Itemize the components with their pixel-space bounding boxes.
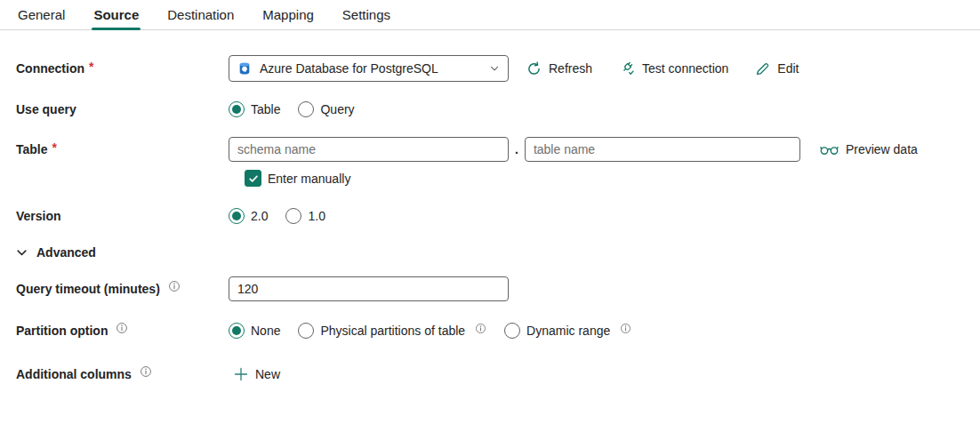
- radio-label: 2.0: [251, 209, 268, 223]
- postgresql-database-icon: [237, 61, 252, 76]
- plug-icon: [619, 60, 635, 76]
- chevron-down-icon: [489, 63, 500, 74]
- connection-dropdown[interactable]: Azure Database for PostgreSQL: [229, 55, 509, 82]
- tab-destination[interactable]: Destination: [165, 2, 236, 29]
- additional-columns-row: Additional columns New: [0, 367, 980, 381]
- radio-icon: [298, 323, 314, 339]
- tab-source[interactable]: Source: [92, 2, 141, 29]
- tab-settings[interactable]: Settings: [341, 2, 392, 29]
- partition-radio-group: None Physical partitions of table Dynami…: [229, 323, 631, 339]
- new-button-label: New: [255, 367, 280, 381]
- partition-option-label: Partition option: [16, 324, 108, 338]
- test-connection-label: Test connection: [642, 61, 728, 76]
- version-label: Version: [16, 209, 61, 223]
- required-asterisk: *: [52, 140, 57, 155]
- radio-option-none[interactable]: None: [229, 323, 280, 339]
- advanced-section-toggle[interactable]: Advanced: [16, 245, 96, 260]
- tab-mapping[interactable]: Mapping: [261, 2, 316, 29]
- checkbox-checked-icon: [245, 170, 261, 187]
- query-timeout-row: Query timeout (minutes): [0, 276, 980, 301]
- connection-label: Connection: [16, 61, 84, 76]
- connection-label-cell: Connection *: [0, 61, 229, 76]
- info-icon[interactable]: [620, 323, 631, 334]
- glasses-icon: [820, 143, 839, 156]
- required-asterisk: *: [89, 60, 93, 74]
- preview-data-label: Preview data: [846, 142, 918, 156]
- radio-icon: [229, 323, 245, 339]
- radio-label: None: [251, 324, 280, 338]
- refresh-label: Refresh: [549, 61, 592, 76]
- info-icon[interactable]: [140, 365, 152, 378]
- advanced-label: Advanced: [36, 245, 96, 260]
- radio-option-query[interactable]: Query: [298, 101, 354, 117]
- edit-label: Edit: [777, 61, 799, 76]
- use-query-label: Use query: [16, 102, 76, 116]
- version-row: Version 2.0 1.0: [0, 208, 980, 224]
- additional-columns-label: Additional columns: [16, 367, 132, 381]
- radio-label: Table: [251, 102, 280, 116]
- info-icon[interactable]: [168, 280, 181, 292]
- connection-dropdown-value: Azure Database for PostgreSQL: [260, 61, 481, 76]
- pencil-icon: [755, 61, 770, 76]
- radio-label: 1.0: [308, 209, 325, 223]
- schema-table-separator: .: [515, 142, 518, 156]
- radio-label: Dynamic range: [526, 324, 610, 338]
- radio-option-v2[interactable]: 2.0: [229, 208, 268, 224]
- version-radio-group: 2.0 1.0: [229, 208, 325, 224]
- refresh-icon: [526, 61, 542, 76]
- partition-option-row: Partition option None Physical partition…: [0, 323, 980, 339]
- plus-icon: [234, 367, 248, 381]
- radio-option-physical-partitions[interactable]: Physical partitions of table: [298, 323, 486, 339]
- enter-manually-label: Enter manually: [268, 172, 350, 186]
- chevron-down-icon: [16, 247, 28, 259]
- table-label: Table: [16, 142, 48, 156]
- use-query-row: Use query Table Query: [0, 101, 980, 117]
- table-name-input[interactable]: [525, 137, 800, 162]
- radio-icon: [229, 101, 245, 117]
- enter-manually-row: Enter manually: [245, 170, 980, 187]
- radio-icon: [298, 101, 314, 117]
- radio-option-dynamic-range[interactable]: Dynamic range: [504, 323, 631, 339]
- refresh-button[interactable]: Refresh: [526, 61, 592, 76]
- radio-option-table[interactable]: Table: [229, 101, 280, 117]
- radio-icon: [229, 208, 245, 224]
- radio-option-v1[interactable]: 1.0: [285, 208, 325, 224]
- enter-manually-checkbox-option[interactable]: Enter manually: [245, 170, 350, 187]
- query-timeout-input[interactable]: [229, 276, 509, 301]
- radio-icon: [285, 208, 301, 224]
- query-timeout-label: Query timeout (minutes): [16, 282, 160, 296]
- info-icon[interactable]: [475, 323, 486, 334]
- info-icon[interactable]: [116, 322, 128, 334]
- radio-label: Physical partitions of table: [320, 324, 465, 338]
- preview-data-button[interactable]: Preview data: [820, 142, 918, 156]
- schema-name-input[interactable]: [229, 137, 509, 162]
- radio-label: Query: [320, 102, 354, 116]
- connection-row: Connection * Azure Database for PostgreS…: [0, 55, 980, 82]
- table-row: Table * . Preview data: [0, 137, 980, 162]
- test-connection-button[interactable]: Test connection: [619, 60, 728, 76]
- use-query-radio-group: Table Query: [229, 101, 355, 117]
- radio-icon: [504, 323, 520, 339]
- new-additional-column-button[interactable]: New: [234, 367, 280, 381]
- edit-button[interactable]: Edit: [755, 61, 799, 76]
- tab-general[interactable]: General: [16, 2, 67, 29]
- tab-bar: General Source Destination Mapping Setti…: [0, 0, 980, 30]
